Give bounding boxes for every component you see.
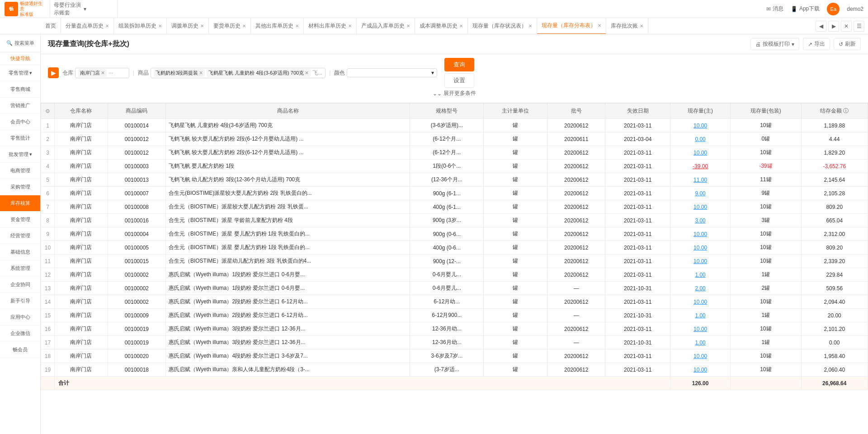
warehouse-tag-close-1[interactable]: ✕ bbox=[101, 70, 105, 76]
tab-close-stock-dist[interactable]: ✕ bbox=[598, 23, 601, 28]
tab-stock-status[interactable]: 现存量（库存状况表） ✕ bbox=[468, 18, 537, 34]
tab-disassemble-history[interactable]: 组装拆卸单历史 ✕ bbox=[114, 18, 167, 34]
cell-stock-main[interactable]: 3.00 bbox=[670, 214, 730, 227]
tab-request-history[interactable]: 要货单历史 ✕ bbox=[209, 18, 251, 34]
sidebar-item-purchase[interactable]: 采购管理 bbox=[0, 179, 40, 195]
settings-btn[interactable]: 设置 bbox=[444, 73, 474, 88]
tabs-close-all-btn[interactable]: ✕ bbox=[841, 21, 852, 32]
sidebar-item-shop[interactable]: 零售商城 bbox=[0, 81, 40, 98]
cell-stock-main[interactable]: 2.00 bbox=[670, 282, 730, 295]
tab-close-other-out[interactable]: ✕ bbox=[295, 24, 299, 28]
tab-close-disassemble[interactable]: ✕ bbox=[158, 24, 162, 28]
tab-close-material-out[interactable]: ✕ bbox=[348, 24, 352, 28]
tabs-left-btn[interactable]: ◀ bbox=[816, 21, 826, 32]
workspace-selector[interactable]: 母婴行业演示账套 ▾ bbox=[50, 0, 118, 19]
cell-stock-main[interactable]: 10.00 bbox=[670, 322, 730, 336]
tab-product-in-history[interactable]: 产成品入库单历史 ✕ bbox=[357, 18, 415, 34]
cell-stock-main[interactable]: 1.00 bbox=[670, 336, 730, 349]
sidebar-item-guide[interactable]: 新手引导 bbox=[0, 293, 40, 309]
tab-close-cost-adjust[interactable]: ✕ bbox=[459, 24, 463, 28]
tab-close-stock-status[interactable]: ✕ bbox=[528, 24, 532, 28]
sidebar-item-member[interactable]: 会员中心 bbox=[0, 114, 40, 130]
tab-batch-account[interactable]: 库存批次账 ✕ bbox=[606, 18, 648, 34]
sidebar-item-member2[interactable]: 畅会员 bbox=[0, 342, 40, 358]
th-gear[interactable]: ⚙ bbox=[41, 104, 55, 119]
expand-conditions-btn[interactable]: ⌄⌄ 展开更多条件 bbox=[433, 90, 476, 97]
sidebar-item-inventory[interactable]: 库存核算 bbox=[0, 195, 40, 212]
sidebar-item-stats[interactable]: 零售统计 bbox=[0, 130, 40, 146]
refresh-btn[interactable]: ↺ 刷新 bbox=[834, 38, 861, 50]
cell-stock-main[interactable]: 10.00 bbox=[670, 241, 730, 255]
search-toggle-btn[interactable]: ▶ bbox=[48, 67, 59, 78]
cell-stock-main[interactable]: 10.00 bbox=[670, 200, 730, 214]
product-tag-close-1[interactable]: ✕ bbox=[199, 70, 203, 76]
sidebar-item-app-center[interactable]: 应用中心 bbox=[0, 309, 40, 326]
cell-stock-main[interactable]: 10.00 bbox=[670, 295, 730, 309]
tab-cost-adjust-history[interactable]: 成本调整单历史 ✕ bbox=[415, 18, 468, 34]
tab-other-out-history[interactable]: 其他出库单历史 ✕ bbox=[251, 18, 304, 34]
color-tags[interactable]: ▾ bbox=[347, 68, 437, 77]
cell-expire: 2021-03-11 bbox=[605, 241, 670, 255]
warehouse-tags[interactable]: 南岸门店 ✕ ··· bbox=[75, 68, 129, 78]
product-tag-2: 飞鹤星飞帆 儿童奶粉 4段(3-6岁适用) 700克 ✕ bbox=[207, 69, 311, 77]
tab-close-adjustment[interactable]: ✕ bbox=[200, 24, 204, 28]
tabs-right-btn[interactable]: ▶ bbox=[828, 21, 839, 32]
username-label[interactable]: demo2 bbox=[847, 6, 863, 12]
cell-stock-main[interactable]: 10.00 bbox=[670, 255, 730, 268]
tab-material-out-history[interactable]: 材料出库单历史 ✕ bbox=[304, 18, 357, 34]
sidebar-item-system[interactable]: 系统管理 bbox=[0, 260, 40, 277]
sidebar-item-wechat[interactable]: 企业微信 bbox=[0, 326, 40, 342]
sidebar-item-wholesale[interactable]: 批发管理 ▾ bbox=[0, 146, 40, 163]
quick-nav-label[interactable]: 快捷导航 bbox=[0, 52, 40, 65]
product-more[interactable]: 飞... bbox=[312, 69, 322, 77]
cell-code: 00100012 bbox=[108, 132, 165, 146]
sidebar-item-finance[interactable]: 资金管理 bbox=[0, 212, 40, 228]
sidebar-item-enterprise[interactable]: 企业协同 bbox=[0, 277, 40, 293]
search-menu-btn[interactable]: 🔍 搜索菜单 bbox=[3, 38, 38, 48]
cell-code: 00100002 bbox=[108, 295, 165, 309]
sidebar-item-retail[interactable]: 零售管理 ▾ bbox=[0, 65, 40, 81]
cell-stock-main[interactable]: 1.00 bbox=[670, 268, 730, 282]
product-tags[interactable]: 飞鹤奶粉3段两提装 ✕ 飞鹤星飞帆 儿童奶粉 4段(3-6岁适用) 700克 ✕… bbox=[151, 68, 326, 78]
export-btn[interactable]: ↗ 导出 bbox=[803, 38, 830, 50]
print-btn[interactable]: 🖨 按模板打印 ▾ bbox=[750, 38, 799, 50]
cell-stock-main[interactable]: 9.00 bbox=[670, 187, 730, 200]
sidebar-item-business[interactable]: 经营管理 bbox=[0, 228, 40, 244]
cell-stock-main[interactable]: 10.00 bbox=[670, 146, 730, 160]
tab-adjustment-history[interactable]: 调拨单历史 ✕ bbox=[167, 18, 209, 34]
cell-stock-main[interactable]: -39.00 bbox=[670, 160, 730, 173]
product-tag-close-2[interactable]: ✕ bbox=[305, 70, 309, 76]
cell-stock-main[interactable]: 10.00 bbox=[670, 119, 730, 132]
app-download-btn[interactable]: 📱 App下载 bbox=[791, 5, 820, 13]
cell-stock-main[interactable]: 0.00 bbox=[670, 132, 730, 146]
tab-stock-dist[interactable]: 现存量（库存分布表） ✕ bbox=[537, 18, 606, 34]
table-row: 4 南岸门店 00100003 飞鹤飞帆 婴儿配方奶粉 1段 1段(0-6个..… bbox=[41, 160, 868, 173]
cell-expire: 2021-10-31 bbox=[605, 309, 670, 322]
sidebar-item-ecommerce[interactable]: 电商管理 bbox=[0, 163, 40, 179]
cell-spec: 400g (0-6... bbox=[410, 241, 484, 255]
cell-stock-main[interactable]: 11.00 bbox=[670, 173, 730, 187]
sidebar-item-basic[interactable]: 基础信息 bbox=[0, 244, 40, 260]
cell-stock-pack: 1罐 bbox=[731, 268, 801, 282]
cell-stock-main[interactable]: 10.00 bbox=[670, 227, 730, 241]
cell-stock-main[interactable]: 10.00 bbox=[670, 349, 730, 363]
cell-stock-pack: 0罐 bbox=[731, 132, 801, 146]
gear-icon[interactable]: ⚙ bbox=[45, 108, 50, 114]
avatar[interactable]: Ea bbox=[827, 3, 840, 15]
cell-stock-main[interactable]: 1.00 bbox=[670, 309, 730, 322]
message-btn[interactable]: ✉ 消息 bbox=[766, 5, 783, 13]
cell-stock-pack: 10罐 bbox=[731, 241, 801, 255]
warehouse-more[interactable]: ··· bbox=[108, 70, 113, 76]
sidebar-item-marketing[interactable]: 营销推广 bbox=[0, 98, 40, 114]
tab-home[interactable]: 首页 bbox=[41, 18, 61, 34]
tab-close-request[interactable]: ✕ bbox=[242, 24, 246, 28]
tab-close-product-in[interactable]: ✕ bbox=[406, 24, 410, 28]
cell-amount: -3,652.76 bbox=[801, 160, 868, 173]
tab-close-batch-account[interactable]: ✕ bbox=[640, 24, 643, 28]
cell-stock-main[interactable]: 10.00 bbox=[670, 363, 730, 377]
tabs-menu-btn[interactable]: ☰ bbox=[854, 21, 864, 32]
tab-close-split[interactable]: ✕ bbox=[105, 24, 109, 28]
query-btn[interactable]: 查询 bbox=[444, 58, 474, 71]
tab-split-history[interactable]: 分量盘点单历史 ✕ bbox=[61, 18, 114, 34]
cell-expire: 2021-03-11 bbox=[605, 214, 670, 227]
